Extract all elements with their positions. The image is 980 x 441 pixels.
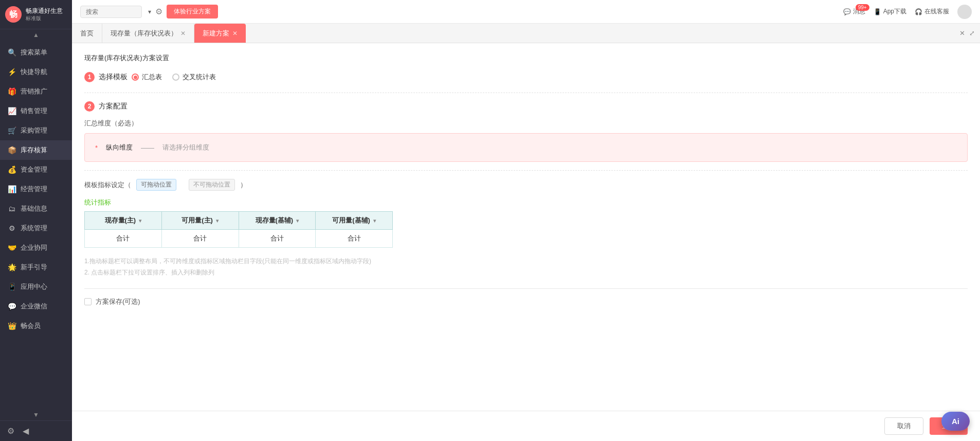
sidebar-item-finance[interactable]: 💰 资金管理 bbox=[0, 160, 72, 179]
system-icon: ⚙ bbox=[7, 224, 16, 233]
required-field-label: 纵向维度 bbox=[106, 143, 133, 152]
app-download-button[interactable]: 📱 App下载 bbox=[874, 7, 906, 16]
settings-icon[interactable]: ⚙ bbox=[7, 426, 14, 436]
sidebar-item-wechat[interactable]: 💬 企业微信 bbox=[0, 297, 72, 316]
expand-icon[interactable]: ⤢ bbox=[969, 29, 975, 37]
template-radio-group: 汇总表 交叉统计表 bbox=[132, 72, 216, 82]
required-star: * bbox=[95, 144, 98, 152]
sidebar-item-label: 企业微信 bbox=[21, 302, 47, 311]
sidebar-item-sales[interactable]: 📈 销售管理 bbox=[0, 101, 72, 121]
sidebar-item-newuser[interactable]: 🌟 新手引导 bbox=[0, 258, 72, 277]
sidebar-item-member[interactable]: 👑 畅会员 bbox=[0, 316, 72, 336]
draggable-toggle[interactable]: 可拖动位置 bbox=[136, 179, 176, 191]
summary-dimension-label: 汇总维度（必选） bbox=[84, 119, 968, 128]
close-window-icon[interactable]: ✕ bbox=[959, 29, 965, 37]
cell-1-3: 合计 bbox=[239, 230, 316, 248]
sidebar-item-appcenter[interactable]: 📱 应用中心 bbox=[0, 277, 72, 297]
tab-inventory[interactable]: 现存量（库存状况表） ✕ bbox=[102, 24, 194, 43]
cancel-button[interactable]: 取消 bbox=[884, 417, 923, 435]
wechat-icon: 💬 bbox=[7, 302, 16, 311]
sidebar-item-label: 经营管理 bbox=[21, 185, 47, 194]
required-row: * 纵向维度 —— 请选择分组维度 bbox=[84, 133, 968, 162]
table-header-col4[interactable]: 可用量(基辅) ▾ bbox=[316, 212, 393, 230]
app-download-label: App下载 bbox=[883, 7, 906, 16]
finance-icon: 💰 bbox=[7, 165, 16, 174]
topbar-dropdown[interactable]: ▾ bbox=[146, 8, 151, 15]
sidebar-logo: 畅 畅康通好生意 标准版 bbox=[0, 0, 72, 29]
table-section-title: 统计指标 bbox=[84, 198, 968, 207]
online-service-label: 在线客服 bbox=[924, 7, 949, 16]
radio-crosstab-label: 交叉统计表 bbox=[183, 72, 216, 82]
table-header-col2[interactable]: 可用量(主) ▾ bbox=[161, 212, 239, 230]
app-badge: 标准版 bbox=[26, 15, 63, 22]
tab-home[interactable]: 首页 bbox=[72, 24, 102, 43]
summary-dimension-section: 汇总维度（必选） * 纵向维度 —— 请选择分组维度 bbox=[84, 119, 968, 162]
sidebar-item-inventory[interactable]: 📦 库存核算 bbox=[0, 140, 72, 160]
topbar-left: ▾ ⚙ 体验行业方案 bbox=[80, 5, 218, 19]
sidebar-item-label: 应用中心 bbox=[21, 282, 47, 291]
radio-summary[interactable]: 汇总表 bbox=[132, 72, 162, 82]
tab-new-plan-close[interactable]: ✕ bbox=[232, 30, 238, 37]
gear-icon[interactable]: ⚙ bbox=[155, 7, 162, 16]
member-icon: 👑 bbox=[7, 321, 16, 330]
sidebar-item-purchase[interactable]: 🛒 采购管理 bbox=[0, 121, 72, 140]
indicator-settings: 模板指标设定（ 可拖动位置 不可拖动位置 ） bbox=[84, 179, 968, 191]
radio-summary-inner bbox=[134, 76, 137, 79]
section1-header: 1 选择模板 汇总表 交叉统计表 bbox=[84, 72, 968, 82]
sidebar-item-operations[interactable]: 📊 经营管理 bbox=[0, 179, 72, 199]
table-row: 合计 合计 合计 合计 bbox=[85, 230, 393, 248]
col2-chevron: ▾ bbox=[216, 218, 219, 224]
section2-title: 方案配置 bbox=[99, 102, 128, 111]
app-name: 畅康通好生意 bbox=[26, 7, 63, 15]
message-button[interactable]: 💬 消息 99+ bbox=[843, 7, 865, 16]
tip1: 1.拖动标题栏可以调整布局，不可跨维度或指标区域拖动栏目字段(只能在同一维度或指… bbox=[84, 256, 968, 267]
search-input[interactable] bbox=[80, 6, 142, 18]
sidebar-item-system[interactable]: ⚙ 系统管理 bbox=[0, 218, 72, 238]
tip2: 2. 点击标题栏下拉可设置排序、插入列和删除列 bbox=[84, 267, 968, 279]
required-dash: —— bbox=[141, 144, 154, 152]
message-icon: 💬 bbox=[843, 8, 851, 15]
sidebar-item-search[interactable]: 🔍 搜索菜单 bbox=[0, 43, 72, 62]
sidebar-item-marketing[interactable]: 🎁 营销推广 bbox=[0, 82, 72, 101]
purchase-icon: 🛒 bbox=[7, 126, 16, 135]
table-section: 统计指标 现存量(主) ▾ bbox=[84, 198, 968, 248]
not-draggable-toggle[interactable]: 不可拖动位置 bbox=[189, 179, 235, 191]
message-badge: 99+ bbox=[856, 4, 869, 11]
sidebar-item-label: 畅会员 bbox=[21, 321, 41, 330]
ai-bubble[interactable]: Ai bbox=[941, 412, 970, 431]
radio-summary-circle bbox=[132, 74, 139, 81]
sales-icon: 📈 bbox=[7, 106, 16, 116]
col3-chevron: ▾ bbox=[296, 218, 299, 224]
online-service-button[interactable]: 🎧 在线客服 bbox=[915, 7, 949, 16]
sidebar-item-quicknav[interactable]: ⚡ 快捷导航 bbox=[0, 62, 72, 82]
sidebar-item-label: 营销推广 bbox=[21, 87, 47, 96]
sidebar-item-collab[interactable]: 🤝 企业协同 bbox=[0, 238, 72, 258]
cell-1-4: 合计 bbox=[316, 230, 393, 248]
tab-new-plan[interactable]: 新建方案 ✕ bbox=[194, 24, 246, 43]
radio-crosstab[interactable]: 交叉统计表 bbox=[172, 72, 216, 82]
cell-1-1: 合计 bbox=[85, 230, 162, 248]
indicator-separator bbox=[182, 181, 184, 189]
dimension-placeholder[interactable]: 请选择分组维度 bbox=[162, 143, 209, 152]
appcenter-icon: 📱 bbox=[7, 282, 16, 291]
divider1 bbox=[84, 93, 968, 93]
mobile-icon: 📱 bbox=[874, 8, 881, 15]
tab-inventory-close[interactable]: ✕ bbox=[180, 30, 186, 37]
save-checkbox[interactable] bbox=[84, 298, 92, 305]
indicator-suffix: ） bbox=[240, 180, 247, 190]
table-header-col1[interactable]: 现存量(主) ▾ bbox=[85, 212, 162, 230]
main-area: ▾ ⚙ 体验行业方案 💬 消息 99+ 📱 App下载 🎧 在线客服 首页 bbox=[72, 0, 980, 441]
collab-icon: 🤝 bbox=[7, 243, 16, 252]
section2-num: 2 bbox=[84, 101, 95, 112]
table-header-col3[interactable]: 现存量(基辅) ▾ bbox=[239, 212, 316, 230]
sidebar-scroll-up[interactable]: ▲ bbox=[0, 29, 72, 41]
collapse-icon[interactable]: ◀ bbox=[23, 426, 29, 436]
sidebar-item-basic-info[interactable]: 🗂 基础信息 bbox=[0, 199, 72, 218]
sidebar-item-label: 快捷导航 bbox=[21, 67, 47, 77]
topbar-right: 💬 消息 99+ 📱 App下载 🎧 在线客服 bbox=[843, 5, 972, 19]
trial-button[interactable]: 体验行业方案 bbox=[167, 5, 218, 19]
sidebar-item-label: 资金管理 bbox=[21, 165, 47, 174]
sidebar-scroll-down[interactable]: ▼ bbox=[0, 409, 72, 420]
chevron-down-icon: ▾ bbox=[148, 8, 151, 15]
avatar[interactable] bbox=[957, 5, 972, 19]
